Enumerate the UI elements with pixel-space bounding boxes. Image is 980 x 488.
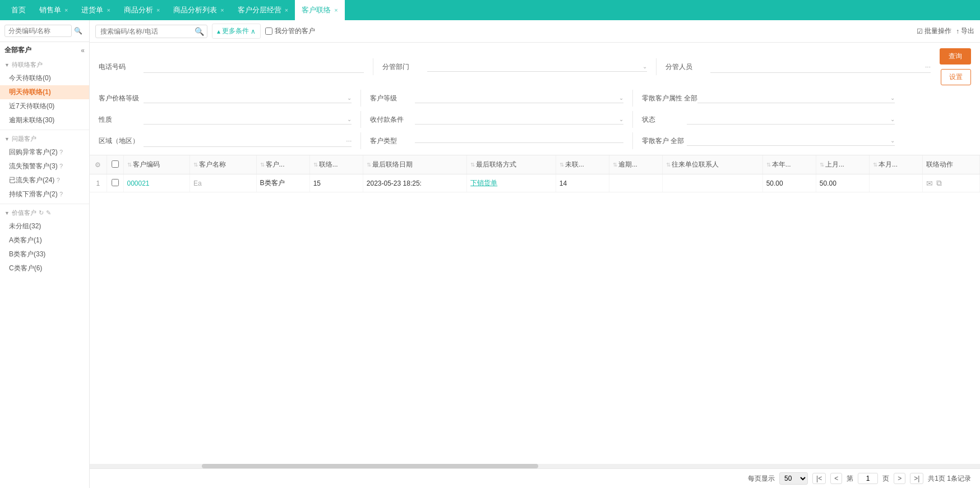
sidebar-item-repurchase-abnormal[interactable]: 回购异常客户(2) ? (0, 145, 89, 159)
manager-select[interactable]: ··· (710, 61, 931, 73)
close-icon[interactable]: × (156, 7, 160, 13)
action-icon-1[interactable]: ✉ (926, 179, 933, 188)
first-page-btn[interactable]: |< (812, 473, 826, 484)
search-input[interactable] (95, 25, 207, 38)
close-icon[interactable]: × (107, 7, 110, 13)
th-actions: 联络动作 (923, 155, 980, 174)
page-size-select[interactable]: 50 100 200 (779, 472, 808, 485)
table-row: 1 000021 Ea B类客户 15 2023-05-23 18:25: 下销… (90, 174, 980, 192)
last-month-cell: 50.00 (816, 174, 869, 192)
phone-input[interactable] (144, 61, 364, 73)
more-filters-btn[interactable]: ▴ 更多条件 ∧ (212, 24, 261, 39)
search-icon-btn[interactable]: 🔍 (195, 27, 204, 36)
filter-row-3: 性质 ⌄ 收付款条件 ⌄ 状态 ⌄ (99, 111, 971, 128)
horizontal-scrollbar[interactable] (90, 464, 980, 468)
sidebar-item-churn-warning[interactable]: 流失预警客户(3) ? (0, 159, 89, 173)
nav-home[interactable]: 首页 (4, 0, 33, 20)
retail-customer-select[interactable]: ⌄ (687, 136, 895, 146)
status-select[interactable]: ⌄ (687, 114, 895, 125)
dept-select[interactable]: ⌄ (427, 62, 648, 72)
sidebar-item-class-a[interactable]: A类客户(1) (0, 233, 89, 247)
nav-customer-layering[interactable]: 客户分层经营 × (231, 0, 295, 20)
query-btn[interactable]: 查询 (940, 48, 971, 65)
th-last-contact-method[interactable]: 最后联络方式 (467, 155, 556, 174)
filter-manager: 分管人员 ··· (665, 61, 931, 73)
page-number-input[interactable] (858, 473, 878, 484)
search-icon[interactable]: 🔍 (74, 27, 82, 35)
filter-actions: 查询 设置 (940, 48, 971, 85)
row-num: 1 (90, 174, 107, 192)
export-btn[interactable]: ↑ 导出 (956, 26, 974, 36)
total-records-label: 共1页 1条记录 (928, 474, 971, 484)
settings-btn[interactable]: 设置 (941, 69, 971, 85)
my-customers-checkbox[interactable] (265, 27, 272, 35)
area-select[interactable]: ··· (144, 135, 352, 147)
nav-customer-contact[interactable]: 客户联络 × (295, 0, 344, 20)
last-contact-date-cell: 2023-05-23 18:25: (363, 174, 466, 192)
sidebar-item-overdue[interactable]: 逾期未联络(30) (0, 113, 89, 127)
payment-select[interactable]: ⌄ (415, 114, 623, 125)
nav-product-analysis-list[interactable]: 商品分析列表 × (167, 0, 230, 20)
my-customers-checkbox-label[interactable]: 我分管的客户 (265, 26, 315, 36)
all-customers-label[interactable]: 全部客户 « (0, 42, 89, 58)
close-icon[interactable]: × (220, 7, 224, 13)
scrollbar-thumb[interactable] (202, 464, 538, 468)
th-overdue[interactable]: 逾期... (609, 155, 662, 174)
sidebar-item-7days[interactable]: 近7天待联络(0) (0, 99, 89, 113)
refresh-icon[interactable]: ↻ (39, 209, 44, 217)
sidebar-section-problem: 问题客户 (0, 132, 89, 145)
retail-attr-select[interactable]: ⌄ (697, 93, 895, 103)
sidebar-search-input[interactable] (4, 25, 72, 37)
contact-method-link[interactable]: 下销货单 (470, 179, 497, 187)
per-page-label: 每页显示 (748, 474, 775, 484)
sidebar-item-declining[interactable]: 持续下滑客户(2) ? (0, 187, 89, 201)
customer-grade-select[interactable]: ⌄ (415, 93, 623, 103)
nav-purchase-order[interactable]: 进货单 × (75, 0, 117, 20)
chevron-down-icon: ⌄ (890, 95, 895, 101)
next-page-btn[interactable]: > (894, 473, 905, 484)
customer-type-select[interactable] (415, 139, 623, 143)
sidebar-search-area: 🔍 (0, 20, 89, 42)
chevron-down-icon: ⌄ (890, 116, 895, 122)
price-grade-select[interactable]: ⌄ (144, 93, 352, 103)
nav-product-analysis[interactable]: 商品分析 × (117, 0, 167, 20)
contact-count-cell: 15 (309, 174, 363, 192)
select-all-checkbox[interactable] (112, 160, 119, 168)
filter-row-2: 客户价格等级 ⌄ 客户等级 ⌄ 零散客户属性 全部 ⌄ (99, 90, 971, 107)
batch-operation-btn[interactable]: ☑ 批量操作 (917, 26, 951, 36)
filter-panel: 电话号码 分管部门 ⌄ 分管人员 ··· (90, 43, 980, 155)
nature-select[interactable]: ⌄ (144, 114, 352, 125)
sidebar: 🔍 全部客户 « 待联络客户 今天待联络(0) 明天待联络(1) 近7天待联络(… (0, 20, 90, 488)
content-area: 🔍 ▴ 更多条件 ∧ 我分管的客户 ☑ 批量操作 ↑ 导出 (90, 20, 980, 488)
th-customer-type[interactable]: 客户... (256, 155, 309, 174)
sidebar-item-tomorrow[interactable]: 明天待联络(1) (0, 85, 89, 99)
sidebar-item-churned[interactable]: 已流失客户(24) ? (0, 173, 89, 187)
row-checkbox[interactable] (112, 179, 119, 186)
sidebar-item-class-b[interactable]: B类客户(33) (0, 247, 89, 261)
gear-icon[interactable]: ⚙ (95, 161, 101, 169)
th-contact-person[interactable]: 往来单位联系人 (663, 155, 763, 174)
th-not-contacted[interactable]: 未联... (556, 155, 609, 174)
last-page-btn[interactable]: >| (910, 473, 923, 484)
close-icon[interactable]: × (64, 7, 68, 13)
sidebar-item-today[interactable]: 今天待联络(0) (0, 71, 89, 85)
sidebar-item-ungrouped[interactable]: 未分组(32) (0, 219, 89, 233)
th-checkbox (107, 155, 123, 174)
th-this-year[interactable]: 本年... (762, 155, 816, 174)
collapse-icon[interactable]: « (81, 47, 85, 54)
edit-icon[interactable]: ✎ (46, 209, 51, 217)
th-last-contact-date[interactable]: 最后联络日期 (363, 155, 466, 174)
th-customer-name[interactable]: 客户名称 (190, 155, 257, 174)
close-icon[interactable]: × (334, 7, 338, 13)
not-contacted-cell: 14 (556, 174, 609, 192)
prev-page-btn[interactable]: < (830, 473, 842, 484)
th-contact-count[interactable]: 联络... (309, 155, 363, 174)
sidebar-item-class-c[interactable]: C类客户(6) (0, 261, 89, 275)
th-customer-code[interactable]: 客户编码 (123, 155, 190, 174)
close-icon[interactable]: × (285, 7, 288, 13)
action-icon-2[interactable]: ⧉ (936, 178, 942, 188)
th-this-month[interactable]: 本月... (869, 155, 922, 174)
footer: 每页显示 50 100 200 |< < 第 页 > >| 共1页 1条记录 (90, 468, 980, 488)
nav-sales-order[interactable]: 销售单 × (33, 0, 75, 20)
th-last-month[interactable]: 上月... (816, 155, 869, 174)
